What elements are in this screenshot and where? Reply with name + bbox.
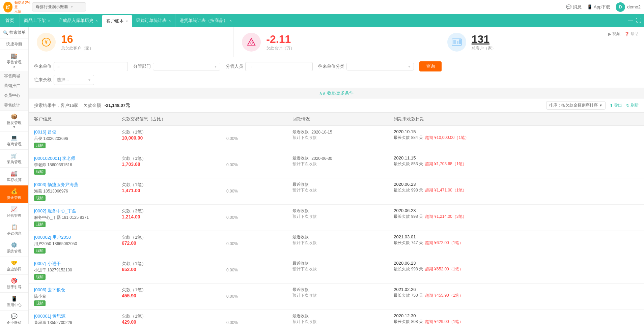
next-collection-label: 预计下次收款: [292, 161, 317, 166]
debt-amount[interactable]: 429.00: [122, 319, 216, 324]
overdue-amount[interactable]: 超期 ¥1,703.68（1笔）: [425, 161, 467, 167]
refresh-btn[interactable]: ↻ 刷新: [626, 102, 639, 108]
debtors-icon: ¥: [37, 33, 56, 52]
sidebar-item-wholesale-mgmt[interactable]: 📦 批发管理 ▼: [0, 111, 28, 132]
tab-purchase-stats[interactable]: 进货单统计表（按商品） ×: [175, 14, 236, 27]
help-btn[interactable]: ❓ 帮助: [624, 31, 639, 37]
customer-phone: 李老师 18600391516: [34, 162, 111, 168]
customer-name[interactable]: 小进干: [48, 261, 61, 266]
sidebar-item-app-center[interactable]: 📱 应用中心: [0, 293, 28, 311]
sort-selector[interactable]: 排序：按欠款金额倒序排序 ▼: [546, 101, 606, 110]
sidebar-item-system[interactable]: ⚙️ 系统管理: [0, 239, 28, 257]
customer-name[interactable]: 服务中心_丁磊: [48, 208, 76, 213]
app-center-icon: 📱: [11, 295, 18, 302]
view-video-btn[interactable]: ▶ 视频: [608, 31, 620, 37]
overdue-amount[interactable]: 超期 ¥1,471.00（1笔）: [425, 187, 467, 193]
tab-home[interactable]: 首页: [0, 14, 20, 27]
export-btn[interactable]: ⬆ 导出: [610, 102, 622, 108]
customer-name[interactable]: 李老师: [62, 156, 75, 161]
sidebar-item-inventory[interactable]: 🏭 库存核算: [0, 168, 28, 185]
sidebar-sub-retail-stats[interactable]: 零售统计: [0, 100, 28, 110]
overdue-days: 最长欠款 750 天: [394, 293, 423, 298]
sidebar-item-retail-mgmt[interactable]: 🏬 零售管理 ▲: [0, 50, 28, 71]
table-container: 客户信息 欠款交易信息（占比） 回款情况 到期未收款日期 [0016] 吕俊 吕…: [29, 113, 644, 324]
quick-nav-item[interactable]: 快捷导航: [0, 38, 28, 50]
query-button[interactable]: 查询: [419, 61, 442, 71]
debt-amount[interactable]: 455.90: [122, 293, 216, 298]
overdue-amount[interactable]: 超期 ¥672.00（1笔）: [425, 240, 463, 246]
debt-percent: 0.00%: [226, 320, 238, 324]
company-selector[interactable]: 母婴行业演示账套 ▼: [32, 2, 86, 11]
sidebar-item-enterprise-collab[interactable]: 🤝 企业协同: [0, 257, 28, 275]
overdue-amount[interactable]: 超期 ¥455.90（1笔）: [425, 293, 463, 298]
result-bar-right: 排序：按欠款金额倒序排序 ▼ ⬆ 导出 ↻ 刷新: [546, 101, 639, 110]
window-minimize-icon[interactable]: —: [628, 18, 633, 24]
wechat-icon: 💬: [11, 313, 18, 320]
sidebar-sub-member[interactable]: 会员中心: [0, 91, 28, 100]
window-maximize-icon[interactable]: ⛶: [636, 18, 641, 24]
debt-value: -21,148.07元: [105, 103, 130, 108]
sidebar: 🔍 搜索菜单 快捷导航 🏬 零售管理 ▲ 零售商城 营销推广 会员中心 零售统计…: [0, 27, 29, 324]
customer-name[interactable]: 畅捷服务尹海燕: [48, 182, 78, 187]
sidebar-item-enterprise-wechat[interactable]: 💬 企业微信: [0, 311, 28, 324]
user-avatar-area[interactable]: D demo2: [616, 2, 641, 12]
tab-customer-account[interactable]: 客户账本 ×: [102, 15, 132, 28]
table-row: [0003] 畅捷服务尹海燕 海燕 18513066976 现销 欠款（1笔） …: [29, 178, 644, 205]
last-collection-label: 最近收款: [292, 129, 309, 135]
manager-filter: 分管人员 ···: [226, 62, 313, 71]
sidebar-item-purchase[interactable]: 🛒 采购管理: [0, 150, 28, 168]
svg-rect-6: [457, 41, 458, 44]
table-row: [0002] 服务中心_丁磊 服务中心_丁磊 181 0125 8371 现销 …: [29, 205, 644, 231]
sidebar-sub-retail-mall[interactable]: 零售商城: [0, 71, 28, 81]
sidebar-item-new-guide[interactable]: 🎯 新手引导: [0, 275, 28, 293]
customer-phone: 黄思源 13552700226: [34, 320, 111, 324]
sidebar-sub-marketing[interactable]: 营销推广: [0, 81, 28, 91]
stat-card-debtors: ¥ 16 总欠款客户（家）: [29, 27, 234, 57]
tab-products-off[interactable]: 商品上下架 ×: [20, 14, 54, 27]
tab-purchase-order[interactable]: 采购订单统计表 ×: [132, 14, 175, 27]
sidebar-item-operations[interactable]: 📈 经营管理: [0, 203, 28, 221]
debt-amount[interactable]: 1,703.68: [122, 161, 216, 167]
last-collection-date: 2020-10-15: [311, 130, 332, 135]
col-customer-info: 客户信息: [29, 113, 116, 126]
close-icon[interactable]: ×: [230, 19, 232, 23]
message-btn[interactable]: 💬 消息: [566, 4, 582, 10]
app-download-btn[interactable]: 📱 App下载: [587, 4, 610, 10]
export-icon: ⬆: [610, 103, 613, 108]
sidebar-item-finance[interactable]: 💰 资金管理: [0, 185, 28, 203]
debt-amount[interactable]: 672.00: [122, 240, 216, 246]
debt-amount[interactable]: 652.00: [122, 267, 216, 272]
col-debt-info: 欠款交易信息（占比）: [116, 113, 287, 126]
sidebar-item-ecommerce[interactable]: 💻 电商管理: [0, 132, 28, 150]
customer-name[interactable]: 去下粮仓: [48, 287, 65, 292]
close-icon[interactable]: ×: [48, 19, 50, 23]
tab-production-history[interactable]: 产成品入库单历史 ×: [54, 14, 102, 27]
overdue-amount[interactable]: 超期 ¥1,214.00（3笔）: [425, 214, 467, 219]
customer-name[interactable]: 用户2050: [52, 235, 71, 240]
collapse-bar[interactable]: ∧∧ 收起更多条件: [29, 88, 644, 98]
sidebar-item-basic-info[interactable]: 📋 基础信息: [0, 221, 28, 239]
debtors-value: 16: [61, 33, 93, 46]
finance-icon: 💰: [11, 188, 18, 195]
debt-amount[interactable]: 1,214.00: [122, 214, 216, 219]
debt-amount[interactable]: 10,000.00: [122, 135, 216, 141]
logo-text2: 示范: [15, 9, 32, 14]
overdue-amount[interactable]: 超期 ¥10,000.00（1笔）: [425, 135, 469, 141]
close-icon[interactable]: ×: [95, 19, 97, 23]
customer-name[interactable]: 黄思源: [52, 314, 65, 319]
close-icon[interactable]: ×: [126, 19, 128, 23]
overdue-days: 最长欠款 884 天: [394, 135, 423, 141]
search-menu-item[interactable]: 🔍 搜索菜单: [0, 27, 28, 38]
from-unit-input[interactable]: ···: [54, 62, 128, 71]
overdue-amount[interactable]: 超期 ¥429.00（1笔）: [425, 319, 463, 324]
debt-amount[interactable]: 1,471.00: [122, 188, 216, 193]
unit-type-select[interactable]: ▼: [346, 63, 414, 70]
close-icon[interactable]: ×: [169, 19, 171, 23]
manager-input[interactable]: ···: [245, 62, 313, 71]
chevron-down-icon: ▼: [599, 104, 603, 107]
debtors-label: 总欠款客户（家）: [61, 46, 93, 51]
customer-name[interactable]: 吕俊: [48, 129, 56, 135]
overdue-amount[interactable]: 超期 ¥652.00（1笔）: [425, 266, 463, 272]
balance-select[interactable]: 选择... ▼: [54, 75, 94, 85]
dept-select[interactable]: ▼: [153, 63, 220, 70]
